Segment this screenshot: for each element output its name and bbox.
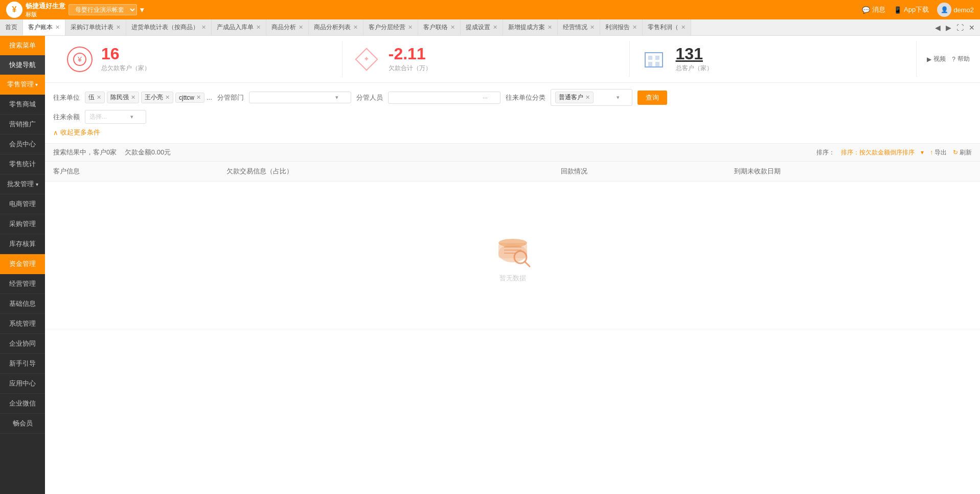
person-select[interactable]: ··· (388, 92, 500, 104)
remove-tag-cjttcw[interactable]: ✕ (196, 94, 201, 101)
sidebar-item-basic-info[interactable]: 基础信息 (0, 294, 45, 314)
result-info: 搜索结果中，客户0家 欠款金额0.00元 (53, 148, 171, 157)
stat-total-debt: ✦ -2.11 欠款合计（万） (343, 41, 630, 77)
unit-tag-chen: 陈民强 ✕ (107, 92, 139, 103)
tab-customer-book[interactable]: 客户账本 ✕ (23, 19, 65, 36)
sidebar-item-retail-mgmt[interactable]: 零售管理 ▾ (0, 75, 45, 95)
refresh-btn[interactable]: ↻ 刷新 (953, 148, 972, 157)
sidebar-item-capital-mgmt[interactable]: 资金管理 (0, 254, 45, 274)
tab-fullscreen-btn[interactable]: ⛶ (955, 23, 965, 33)
tab-product-analysis-list[interactable]: 商品分析列表 ✕ (309, 19, 363, 36)
tab-customer-contact[interactable]: 客户联络 ✕ (418, 19, 461, 36)
export-btn[interactable]: ↑ 导出 (930, 148, 947, 157)
sidebar-item-marketing[interactable]: 营销推广 (0, 115, 45, 134)
message-btn[interactable]: 💬 消息 (862, 5, 885, 14)
person-more-icon: ··· (483, 94, 488, 101)
balance-select[interactable]: 选择... ▾ (85, 110, 146, 124)
tab-product-analysis[interactable]: 商品分析 ✕ (266, 19, 309, 36)
stat-label-debt: 欠款合计（万） (389, 64, 431, 73)
sidebar-item-operation-mgmt[interactable]: 经营管理 (0, 274, 45, 294)
stat-total-debtors: ¥ 16 总欠款客户（家） (55, 41, 343, 77)
svg-point-11 (498, 239, 527, 247)
sort-select[interactable]: 排序：按欠款金额倒序排序 (841, 148, 915, 157)
user-avatar[interactable]: 👤 demo2 (937, 3, 974, 17)
app-download-btn[interactable]: 📱 App下载 (894, 5, 929, 14)
tab-prev-btn[interactable]: ◀ (934, 23, 942, 33)
query-btn[interactable]: 查询 (637, 91, 667, 105)
tab-home[interactable]: 首页 (0, 19, 23, 36)
more-tags-btn[interactable]: ... (207, 94, 212, 101)
col-customer-info: 客户信息 (45, 162, 218, 182)
sidebar-item-inventory-check[interactable]: 库存核算 (0, 234, 45, 254)
stat-label-debtors: 总欠款客户（家） (101, 64, 150, 73)
tab-close-raise-settings[interactable]: ✕ (493, 24, 497, 31)
remove-tag-wu[interactable]: ✕ (97, 94, 101, 101)
sidebar-item-member-benefit[interactable]: 畅会员 (0, 414, 45, 434)
tab-new-raise-plan[interactable]: 新增提成方案 ✕ (503, 19, 558, 36)
sidebar-item-enterprise-wechat[interactable]: 企业微信 (0, 394, 45, 414)
tab-product-inbound[interactable]: 产成品入库单 ✕ (212, 19, 266, 36)
dept-select[interactable]: ▾ (249, 92, 351, 103)
tab-profit-report[interactable]: 利润报告 ✕ (600, 19, 643, 36)
col-repayment: 回款情况 (553, 162, 726, 182)
tab-close-product-analysis[interactable]: ✕ (299, 24, 303, 31)
top-header: ¥ 畅捷通好生意 标版 母婴行业演示帐套 ▾ 💬 消息 📱 App下载 👤 de… (0, 0, 980, 19)
tab-customer-tier[interactable]: 客户分层经营 ✕ (363, 19, 418, 36)
tab-close-purchase-order[interactable]: ✕ (116, 24, 121, 31)
data-table: 客户信息 欠款交易信息（占比） 回款情况 到期未收款日期 (45, 162, 980, 329)
sidebar-item-purchase-mgmt[interactable]: 采购管理 (0, 214, 45, 234)
sidebar-item-new-guide[interactable]: 新手引导 (0, 354, 45, 374)
tab-raise-settings[interactable]: 提成设置 ✕ (461, 19, 503, 36)
tab-close-product-analysis-list[interactable]: ✕ (353, 24, 358, 31)
remove-category-tag[interactable]: ✕ (585, 94, 590, 101)
tab-retail-profit[interactable]: 零售利润（ ✕ (643, 19, 691, 36)
chevron-down-icon-2: ▾ (36, 182, 38, 187)
sidebar-search[interactable]: 搜索菜单 (0, 36, 45, 55)
remove-tag-wang[interactable]: ✕ (165, 94, 170, 101)
tab-close-customer-tier[interactable]: ✕ (408, 24, 413, 31)
sidebar-item-ecommerce-mgmt[interactable]: 电商管理 (0, 194, 45, 214)
tab-operation-status[interactable]: 经营情况 ✕ (558, 19, 600, 36)
tab-close-product-inbound[interactable]: ✕ (256, 24, 261, 31)
sidebar-nav[interactable]: 快捷导航 (0, 55, 45, 75)
result-actions: 排序： 排序：按欠款金额倒序排序 ▾ ↑ 导出 ↻ 刷新 (816, 148, 972, 157)
sidebar-item-retail-stats[interactable]: 零售统计 (0, 154, 45, 174)
selector-dropdown-icon[interactable]: ▾ (140, 6, 144, 14)
result-bar: 搜索结果中，客户0家 欠款金额0.00元 排序： 排序：按欠款金额倒序排序 ▾ … (45, 144, 980, 162)
balance-label: 往来余额 (53, 113, 80, 122)
tab-close-retail-profit[interactable]: ✕ (681, 24, 686, 31)
unit-tag-cjttcw: cjttcw ✕ (175, 93, 204, 103)
empty-state-cell: 暂无数据 (45, 182, 980, 329)
tab-next-btn[interactable]: ▶ (945, 23, 952, 33)
tab-close-new-raise-plan[interactable]: ✕ (548, 24, 552, 31)
tab-close-customer-contact[interactable]: ✕ (450, 24, 455, 31)
sidebar-item-enterprise-coop[interactable]: 企业协同 (0, 334, 45, 354)
tab-close-purchase-stats[interactable]: ✕ (201, 24, 206, 31)
sidebar-item-system-mgmt[interactable]: 系统管理 (0, 314, 45, 334)
collapse-btn[interactable]: ∧ 收起更多条件 (53, 128, 972, 137)
sidebar-item-retail-mall[interactable]: 零售商城 (0, 95, 45, 115)
svg-line-16 (525, 262, 530, 266)
unit-tag-wu: 伍 ✕ (85, 92, 105, 103)
unit-category-select[interactable]: 普通客户 ✕ ▾ (551, 89, 632, 106)
stat-text-debtors: 16 总欠款客户（家） (101, 46, 150, 73)
sidebar-item-app-center[interactable]: 应用中心 (0, 374, 45, 394)
unit-label: 往来单位 (53, 93, 80, 102)
sidebar-item-member-center[interactable]: 会员中心 (0, 134, 45, 154)
tab-close-profit-report[interactable]: ✕ (632, 24, 637, 31)
remove-tag-chen[interactable]: ✕ (131, 94, 135, 101)
video-btn[interactable]: ▶ 视频 (927, 55, 946, 63)
svg-rect-8 (655, 62, 659, 67)
account-selector[interactable]: 母婴行业演示帐套 (69, 4, 137, 15)
sidebar-item-wholesale-mgmt[interactable]: 批发管理 ▾ (0, 174, 45, 194)
filter-row-2: 往来余额 选择... ▾ (53, 110, 972, 124)
tab-purchase-order[interactable]: 采购订单统计表 ✕ (65, 19, 126, 36)
sort-arrow[interactable]: ▾ (921, 149, 924, 156)
tab-close-all-btn[interactable]: ✕ (968, 23, 976, 33)
empty-label: 暂无数据 (499, 274, 526, 283)
stat-label-customers: 总客户（家） (676, 64, 713, 73)
tab-close-operation-status[interactable]: ✕ (590, 24, 595, 31)
tab-purchase-stats[interactable]: 进货单统计表（按商品） ✕ (126, 19, 212, 36)
help-btn[interactable]: ? 帮助 (952, 55, 970, 63)
tab-close-customer-book[interactable]: ✕ (55, 24, 60, 31)
